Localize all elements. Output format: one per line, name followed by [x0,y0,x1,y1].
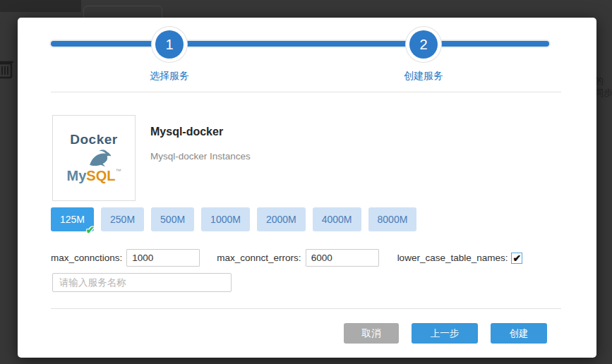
service-title: Mysql-docker [150,126,223,138]
service-name-input[interactable] [52,273,232,292]
check-icon: ✔ [85,224,95,236]
service-subtitle: Mysql-docker Instances [150,151,251,162]
max-connections-input[interactable] [126,249,200,267]
wizard-stepper: 1 2 选择服务 创建服务 [18,18,596,92]
docker-logo-text: Docker [70,132,117,147]
stepper-progress-bar [51,41,549,47]
mysql-logo-text: MySQL™ [67,168,121,184]
lower-case-table-names-checkbox[interactable] [511,253,522,264]
memory-option-500m[interactable]: 500M [151,207,194,231]
create-button[interactable]: 创建 [491,323,547,344]
memory-option-125m[interactable]: 125M ✔ [51,207,94,231]
memory-option-1000m[interactable]: 1000M [201,207,250,231]
parameters-row: max_connctions: max_connct_errors: lower… [51,249,522,267]
background-header-block [0,0,81,12]
step-1-indicator[interactable]: 1 [155,30,184,59]
previous-step-button[interactable]: 上一步 [412,323,478,344]
max-connect-errors-input[interactable] [306,249,379,267]
step-1-label: 选择服务 [127,70,212,83]
max-connect-errors-label: max_connct_errors: [217,253,301,263]
divider [51,92,561,92]
trash-icon [0,58,14,79]
memory-option-250m[interactable]: 250M [101,207,144,231]
cancel-button[interactable]: 取消 [344,323,399,344]
divider [51,308,561,309]
memory-option-8000m[interactable]: 8000M [368,207,417,231]
memory-option-2000m[interactable]: 2000M [257,207,306,231]
step-2-label: 创建服务 [381,70,466,83]
lower-case-table-names-label: lower_case_table_names: [397,253,508,263]
create-service-dialog: 1 2 选择服务 创建服务 Docker MySQL™ Mysql-docker… [18,18,596,358]
background-hint-text: 的 同步 [594,75,612,99]
max-connections-label: max_connctions: [51,253,122,263]
step-2-indicator[interactable]: 2 [409,30,438,59]
memory-option-4000m[interactable]: 4000M [313,207,361,231]
memory-option-group: 125M ✔ 250M 500M 1000M 2000M 4000M 8000M [51,207,416,231]
service-logo: Docker MySQL™ [52,115,136,201]
